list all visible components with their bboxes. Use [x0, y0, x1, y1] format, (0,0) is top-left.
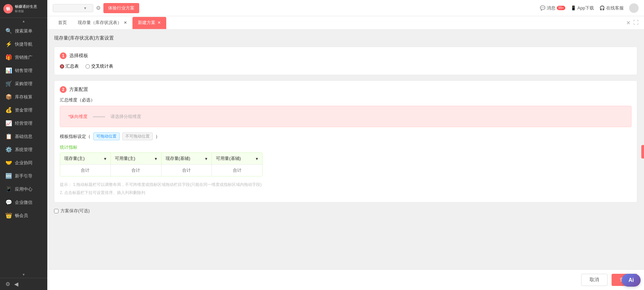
right-edge-handle[interactable] — [641, 145, 644, 159]
step2-section: 2 方案配置 汇总维度（必选） *纵向维度 —— 请选择分组维度 模板指标设定（… — [54, 80, 637, 202]
app-download-item[interactable]: 📱 App下载 — [571, 5, 594, 11]
enterprise-icon: 🤝 — [5, 160, 12, 166]
sidebar-menu: 🔍 搜索菜单 ⚡ 快捷导航 🎁 营销推广 📊 销售管理 🛒 采购管理 📦 库存核… — [0, 24, 47, 271]
stats-col-1[interactable]: 可用量(主) ▾ — [111, 153, 162, 164]
dimension-area[interactable]: *纵向维度 —— 请选择分组维度 — [60, 106, 631, 127]
stats-section: 统计指标 现存量(主) ▾ 可用量(主) ▾ — [60, 144, 631, 176]
sidebar-item-label: 基础信息 — [15, 134, 32, 140]
sidebar-item-quick-nav[interactable]: ⚡ 快捷导航 — [0, 38, 47, 51]
topbar-left: ▾ ⚙ 体验行业方案 — [53, 3, 139, 13]
app-logo-text: 畅赚通好生意 标准版 — [15, 4, 37, 13]
tab-new-plan-close[interactable]: ✕ — [157, 20, 161, 25]
sidebar-scroll-up[interactable]: ▲ — [0, 18, 47, 24]
radio-summary[interactable]: 汇总表 — [60, 63, 79, 69]
stats-col-1-label: 可用量(主) — [115, 155, 135, 162]
stats-cell-3: 合计 — [212, 164, 262, 176]
sidebar-item-label: 畅会员 — [15, 213, 28, 219]
sidebar-logo: 畅 畅赚通好生意 标准版 — [0, 0, 47, 18]
dim-placeholder: 请选择分组维度 — [110, 114, 141, 120]
message-icon: 💬 — [540, 5, 545, 10]
basic-info-icon: 📋 — [5, 133, 12, 140]
stats-col-3[interactable]: 可用量(基辅) ▾ — [212, 153, 262, 164]
sidebar-item-operations[interactable]: 📈 经营管理 — [0, 117, 47, 130]
save-checkbox[interactable] — [54, 209, 58, 213]
window-expand-btn[interactable]: ⛶ — [633, 20, 639, 26]
sidebar-item-purchase[interactable]: 🛒 采购管理 — [0, 77, 47, 90]
settings-icon[interactable]: ⚙ — [5, 281, 10, 287]
sidebar-item-system[interactable]: ⚙️ 系统管理 — [0, 143, 47, 156]
tab-new-plan-label: 新建方案 — [138, 20, 155, 26]
search-input[interactable] — [56, 6, 83, 10]
search-dropdown-icon[interactable]: ▾ — [84, 6, 86, 10]
app-download-label: App下载 — [577, 5, 594, 11]
stats-col-1-dropdown[interactable]: ▾ — [155, 156, 157, 161]
member-icon: 👑 — [5, 212, 12, 219]
stats-col-0[interactable]: 现存量(主) ▾ — [60, 153, 111, 164]
sidebar-item-label: 搜索菜单 — [15, 28, 32, 34]
purchase-icon: 🛒 — [5, 80, 12, 87]
stats-col-0-dropdown[interactable]: ▾ — [104, 156, 106, 161]
message-item[interactable]: 💬 消息 99+ — [540, 5, 565, 11]
sidebar-item-enterprise[interactable]: 🤝 企业协同 — [0, 156, 47, 169]
radio-cross[interactable]: 交叉统计表 — [85, 63, 113, 69]
sidebar-item-label: 资金管理 — [15, 107, 32, 113]
inventory-icon: 📦 — [5, 94, 12, 100]
tab-home[interactable]: 首页 — [53, 17, 72, 29]
sidebar-item-wechat[interactable]: 💬 企业微信 — [0, 196, 47, 209]
radio-cross-input[interactable] — [85, 64, 90, 69]
step2-title: 方案配置 — [69, 87, 88, 93]
sidebar-item-inventory[interactable]: 📦 库存核算 — [0, 90, 47, 103]
ai-button[interactable]: Ai — [622, 274, 641, 287]
tab-inventory-label: 现存量（库存状况表） — [78, 20, 122, 26]
sidebar-item-sales[interactable]: 📊 销售管理 — [0, 64, 47, 77]
action-bar: 取消 查询 — [47, 269, 644, 290]
topbar-search-box[interactable]: ▾ — [53, 4, 93, 12]
stats-col-3-label: 可用量(基辅) — [216, 155, 241, 162]
sidebar-item-appcenter[interactable]: 📱 应用中心 — [0, 183, 47, 196]
download-icon: 📱 — [571, 5, 576, 10]
indicator-label-text: 模板指标设定（ — [60, 134, 91, 140]
window-controls: ✕ ⛶ — [626, 20, 639, 26]
sidebar-item-label: 采购管理 — [15, 81, 32, 87]
online-service-item[interactable]: 🎧 在线客服 — [599, 5, 624, 11]
sidebar-item-label: 销售管理 — [15, 68, 32, 74]
config-section: 汇总维度（必选） *纵向维度 —— 请选择分组维度 模板指标设定（ 可拖动位置 … — [60, 97, 631, 197]
page-title: 现存量(库存状况表)方案设置 — [54, 35, 637, 41]
sidebar-item-label: 企业微信 — [15, 199, 32, 206]
user-avatar[interactable] — [629, 3, 639, 13]
tab-inventory[interactable]: 现存量（库存状况表） ✕ — [72, 17, 132, 29]
sidebar-item-member[interactable]: 👑 畅会员 — [0, 209, 47, 222]
online-service-label: 在线客服 — [606, 5, 624, 11]
cancel-button[interactable]: 取消 — [581, 274, 608, 286]
indicator-draggable-badge: 可拖动位置 — [93, 132, 120, 140]
gear-icon[interactable]: ⚙ — [96, 5, 101, 11]
message-badge: 99+ — [557, 6, 565, 10]
search-icon: 🔍 — [5, 28, 12, 34]
window-close-btn[interactable]: ✕ — [626, 20, 630, 26]
sidebar-item-label: 系统管理 — [15, 147, 32, 153]
radio-summary-input[interactable] — [60, 64, 64, 69]
stats-col-3-dropdown[interactable]: ▾ — [256, 156, 258, 161]
tips-section: 提示： 1.拖动标题栏可以调整布局，不可跨维度或指标区域拖动栏目字段(只能在同一… — [60, 180, 631, 197]
tab-inventory-close[interactable]: ✕ — [124, 20, 127, 25]
step2-badge: 2 — [60, 86, 67, 93]
tab-new-plan[interactable]: 新建方案 ✕ — [132, 17, 166, 29]
sidebar-item-newuser[interactable]: 🆕 新手引导 — [0, 169, 47, 183]
sidebar-item-finance[interactable]: 💰 资金管理 — [0, 103, 47, 117]
topbar-right: 💬 消息 99+ 📱 App下载 🎧 在线客服 — [540, 3, 639, 13]
sidebar-item-label: 快捷导航 — [15, 41, 32, 47]
save-label: 方案保存(可选) — [60, 208, 90, 214]
sidebar-item-basic-info[interactable]: 📋 基础信息 — [0, 130, 47, 143]
stats-col-2[interactable]: 现存量(基辅) ▾ — [162, 153, 212, 164]
trial-button[interactable]: 体验行业方案 — [103, 3, 139, 13]
sidebar-item-search[interactable]: 🔍 搜索菜单 — [0, 24, 47, 38]
tabbar: 首页 现存量（库存状况表） ✕ 新建方案 ✕ ✕ ⛶ — [47, 16, 644, 30]
sidebar-item-label: 新手引导 — [15, 173, 32, 179]
app-logo-icon: 畅 — [3, 4, 13, 14]
sidebar-scroll-down[interactable]: ▼ — [0, 271, 47, 278]
sidebar-item-marketing[interactable]: 🎁 营销推广 — [0, 51, 47, 64]
collapse-icon[interactable]: ◀ — [14, 281, 18, 287]
stats-col-2-dropdown[interactable]: ▾ — [205, 156, 207, 161]
sidebar-item-label: 营销推广 — [15, 54, 32, 61]
indicator-settings: 模板指标设定（ 可拖动位置 不可拖动位置 ） — [60, 132, 631, 140]
